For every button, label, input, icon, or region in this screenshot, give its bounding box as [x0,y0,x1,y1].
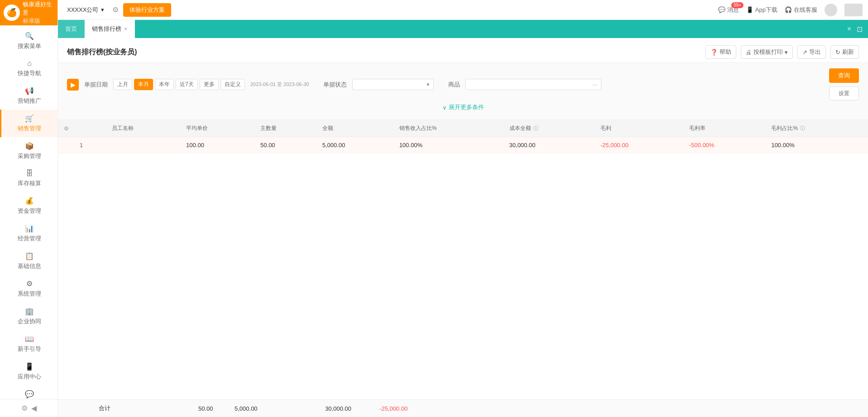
goods-filter-more-icon[interactable]: ··· [593,81,598,88]
message-icon: 💬 [718,6,725,13]
sales-pct-cell: 100.00% [394,137,504,153]
logo-title: 畅康通好生意 [23,0,54,17]
sidebar-item-finance[interactable]: 💰 资金管理 [0,192,58,220]
help-button[interactable]: ❓ 帮助 [705,45,736,59]
date-range-display: 2023-06-01 至 2023-06-30 [250,81,309,88]
date-btn-this-year[interactable]: 本年 [155,79,174,90]
gross-pct-info-icon[interactable]: ⓘ [800,125,805,131]
date-btn-this-month[interactable]: 本月 [134,79,153,90]
col-settings[interactable]: ⚙ [58,120,74,137]
company-name: XXXXX公司 [67,6,98,14]
marketing-icon: 📢 [25,86,34,95]
home-icon: ⌂ [27,59,32,67]
sidebar-item-label: 库存核算 [18,179,41,187]
wechat-icon: 💬 [25,390,34,398]
template-print-button[interactable]: 🖨 按模板打印 ▾ [741,45,793,59]
filter-expand-arrow[interactable]: ▶ [67,79,79,91]
data-table: ⚙ 员工名称 平均单价 主数量 全额 销售收入占比% 成本全额 ⓘ 毛利 [58,120,868,153]
footer-gross-cell: -25,000.00 [374,405,419,412]
basic-info-icon: 📋 [25,252,34,260]
sidebar-item-search[interactable]: 🔍 搜索菜单 [0,27,58,55]
logo-text: 畅康通好生意 标准版 [23,0,54,25]
avatar[interactable] [825,4,837,16]
col-avg-price: 平均单价 [181,120,255,137]
sidebar-item-enterprise[interactable]: 🏢 企业协同 [0,302,58,330]
goods-filter[interactable]: ··· [465,79,601,90]
company-selector[interactable]: XXXXX公司 ▾ [63,4,108,16]
query-actions: 查询 设置 [829,68,859,101]
tabbar: 首页 销售排行榜 × × ⊡ [58,20,868,38]
col-gross-pct: 毛利占比% ⓘ [766,120,868,137]
sidebar-item-quick-nav[interactable]: ⌂ 快捷导航 [0,55,58,82]
mobile-icon: 📱 [746,6,753,13]
sidebar-item-purchase[interactable]: 📦 采购管理 [0,137,58,165]
online-service-item[interactable]: 🎧 在线客服 [785,6,817,14]
setting-button[interactable]: 设置 [829,86,859,101]
cost-info-icon[interactable]: ⓘ [533,125,538,131]
page-actions: ❓ 帮助 🖨 按模板打印 ▾ ↗ 导出 ↻ 刷新 [705,45,859,59]
sidebar-item-label: 资金管理 [18,207,41,215]
col-rank [74,120,106,137]
goods-filter-label: 商品 [448,81,460,89]
sidebar-item-operations[interactable]: 📊 经营管理 [0,220,58,247]
refresh-label: 刷新 [842,48,854,56]
settings-icon[interactable]: ⚙ [112,5,119,14]
sidebar-item-guide[interactable]: 📖 新手引导 [0,330,58,358]
employee-cell [106,137,181,153]
message-badge: 99+ [731,2,743,8]
tab-maximize-icon[interactable]: ⊡ [857,25,863,34]
tab-sales-ranking[interactable]: 销售排行榜 × [85,20,135,38]
chevron-down-icon: ▾ [785,49,788,56]
sidebar-item-wechat[interactable]: 💬 企业微信 [0,385,58,399]
content-inner: 销售排行榜(按业务员) ❓ 帮助 🖨 按模板打印 ▾ ↗ 导出 [58,38,868,417]
sidebar-item-label: 基础信息 [18,262,41,270]
status-filter-select[interactable]: ▾ [352,79,434,90]
chevron-down-icon: ▾ [101,6,104,13]
date-btn-custom[interactable]: 自定义 [221,79,245,90]
tab-home-label: 首页 [65,25,77,33]
footer-cost-cell: 30,000.00 [320,405,374,412]
trial-button[interactable]: 体验行业方案 [123,3,171,17]
footer-row: 合计 50.00 5,000.00 30,000.00 -25,000.00 [63,404,863,412]
message-item[interactable]: 💬 消息 99+ [718,6,739,14]
export-icon: ↗ [802,49,807,56]
tab-home[interactable]: 首页 [58,20,85,38]
sidebar-item-inventory[interactable]: 🗄 库存核算 [0,165,58,192]
date-btn-7days[interactable]: 近7天 [176,79,198,90]
date-btn-more[interactable]: 更多 [200,79,219,90]
system-icon: ⚙ [26,279,33,288]
sidebar-item-system[interactable]: ⚙ 系统管理 [0,275,58,302]
collapse-icon[interactable]: ◀ [31,404,37,412]
sidebar-item-sales[interactable]: 🛒 销售管理 [0,110,58,137]
topbar: XXXXX公司 ▾ ⚙ 体验行业方案 💬 消息 99+ 📱 App下载 🎧 在线… [58,0,868,20]
sidebar-item-basic-info[interactable]: 📋 基础信息 [0,247,58,275]
sidebar-item-apps[interactable]: 📱 应用中心 [0,358,58,385]
tab-close-all-icon[interactable]: × [847,25,851,33]
query-button[interactable]: 查询 [829,68,859,83]
sidebar-item-label: 经营管理 [18,235,41,243]
export-label: 导出 [809,48,821,56]
content-area: 销售排行榜(按业务员) ❓ 帮助 🖨 按模板打印 ▾ ↗ 导出 [58,38,868,417]
sidebar-item-label: 企业协同 [18,317,41,326]
refresh-button[interactable]: ↻ 刷新 [830,45,859,59]
guide-icon: 📖 [25,335,34,343]
page-header: 销售排行榜(按业务员) ❓ 帮助 🖨 按模板打印 ▾ ↗ 导出 [58,38,868,63]
tabbar-right: × ⊡ [847,25,868,34]
sidebar: 🍊 畅康通好生意 标准版 🔍 搜索菜单 ⌂ 快捷导航 📢 营销推广 🛒 销售管理… [0,0,58,417]
tab-close-icon[interactable]: × [124,26,127,32]
sidebar-item-marketing[interactable]: 📢 营销推广 [0,82,58,110]
tab-sales-ranking-label: 销售排行榜 [92,25,121,33]
export-button[interactable]: ↗ 导出 [797,45,826,59]
cost-cell: 30,000.00 [504,137,595,153]
gross-pct-cell: 100.00% [766,137,868,153]
operations-icon: 📊 [25,224,34,233]
settings-bottom-icon[interactable]: ⚙ [21,404,28,412]
expand-more-bar[interactable]: ∨ 展开更多条件 [67,101,859,114]
help-icon: ❓ [710,49,718,56]
sidebar-item-label: 销售管理 [18,125,41,133]
col-cost: 成本全额 ⓘ [504,120,595,137]
date-btn-last-month[interactable]: 上月 [113,79,132,90]
app-download-item[interactable]: 📱 App下载 [746,6,777,14]
col-gross-rate: 毛利率 [684,120,766,137]
search-icon: 🔍 [25,32,34,40]
